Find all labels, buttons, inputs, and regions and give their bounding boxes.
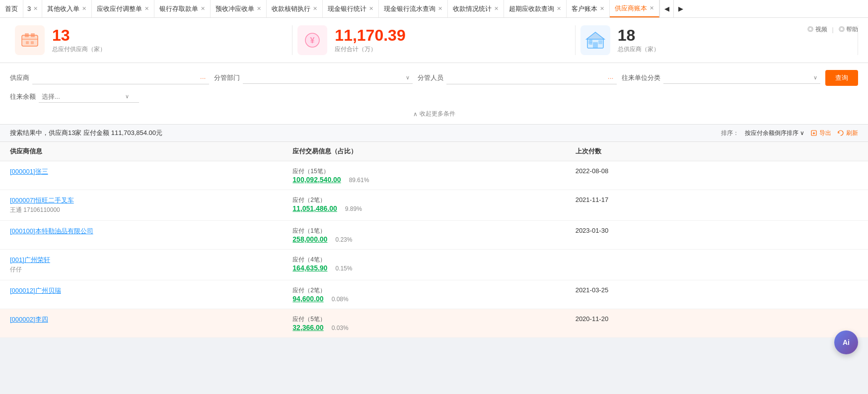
result-bar: 搜索结果中，供应商13家 应付金额 111,703,854.00元 排序： 按应…: [0, 125, 868, 142]
svg-rect-0: [22, 35, 38, 46]
dept-label: 分管部门: [214, 73, 240, 82]
nav-scroll-left[interactable]: ◀: [659, 0, 673, 18]
close-icon[interactable]: ✕: [82, 5, 86, 12]
close-icon[interactable]: ✕: [369, 5, 373, 12]
supplier-link[interactable]: [000007]恒旺二手叉车: [10, 197, 74, 204]
close-icon[interactable]: ✕: [438, 5, 442, 12]
close-icon[interactable]: ✕: [600, 5, 604, 12]
col-last-pay: 上次付数: [576, 147, 858, 156]
balance-dropdown-icon[interactable]: ∨: [125, 93, 129, 100]
nav-tab-3[interactable]: 3 ✕: [23, 0, 42, 17]
payable-cell: 应付（2笔） 94,600.00 0.08%: [292, 286, 575, 303]
last-pay-cell: 2023-01-30: [576, 227, 858, 234]
supplier-link[interactable]: [000012]广州贝瑞: [10, 287, 61, 294]
dept-dropdown-icon[interactable]: ∨: [406, 74, 410, 81]
table-row: [000012]广州贝瑞 应付（2笔） 94,600.00 0.08% 2021…: [0, 280, 868, 309]
amount-link[interactable]: 164,635.90: [292, 264, 327, 272]
help-link[interactable]: ◎ 帮助: [839, 25, 858, 34]
nav-cash-stats[interactable]: 现金银行统计 ✕: [323, 0, 379, 17]
supplier-link[interactable]: [001]广州荣轩: [10, 256, 50, 263]
nav-overdue[interactable]: 超期应收款查询 ✕: [504, 0, 567, 17]
supplier-input[interactable]: [35, 74, 198, 81]
stat-payable-suppliers: 13 总应付供应商（家）: [10, 25, 292, 55]
result-summary: 搜索结果中，供应商13家 应付金额 111,703,854.00元: [10, 129, 162, 137]
supplier-cell: [000012]广州贝瑞: [10, 286, 292, 295]
supplier-cell: [000002]李四: [10, 315, 292, 324]
balance-field: 往来余额 ∨: [10, 91, 139, 103]
table-row: [001]广州荣轩 仔仔 应付（4笔） 164,635.90 0.15%: [0, 250, 868, 280]
svg-rect-10: [593, 42, 598, 48]
export-button[interactable]: 导出: [810, 129, 831, 137]
close-icon[interactable]: ✕: [650, 5, 654, 11]
supplier-cell: [000007]恒旺二手叉车 王通 17106110000: [10, 196, 292, 214]
nav-bank[interactable]: 银行存取款单 ✕: [154, 0, 211, 17]
last-pay-cell: 2020-11-20: [576, 315, 858, 323]
header-actions: ◎ 视频 | ◎ 帮助: [807, 25, 858, 34]
close-icon[interactable]: ✕: [145, 5, 149, 12]
nav-other-income[interactable]: 其他收入单 ✕: [42, 0, 92, 17]
search-bar: 供应商 ··· 分管部门 ∨ 分管人员 ··· 往来单位分类 ∨: [0, 63, 868, 125]
refresh-icon: [837, 130, 844, 136]
close-icon[interactable]: ✕: [557, 5, 561, 12]
svg-rect-5: [31, 41, 34, 44]
video-link[interactable]: ◎ 视频: [807, 25, 827, 34]
search-row-1: 供应商 ··· 分管部门 ∨ 分管人员 ··· 往来单位分类 ∨: [10, 70, 858, 86]
last-pay-cell: 2021-11-17: [576, 196, 858, 203]
balance-input[interactable]: [42, 93, 125, 100]
nav-cash-flow[interactable]: 现金银行流水查询 ✕: [379, 0, 448, 17]
person-input[interactable]: [449, 74, 606, 81]
supplier-link[interactable]: [000100]本特勒油品有限公司: [10, 227, 93, 235]
close-icon[interactable]: ✕: [33, 5, 38, 12]
last-pay-cell: 2022-08-08: [576, 167, 858, 175]
close-icon[interactable]: ✕: [201, 5, 205, 12]
data-table: 供应商信息 应付交易信息（占比） 上次付数 [000001]张三 应付（15笔）…: [0, 142, 868, 338]
supplier-icon: [15, 25, 45, 55]
close-icon[interactable]: ✕: [257, 5, 261, 12]
top-navigation: 首页 3 ✕ 其他收入单 ✕ 应收应付调整单 ✕ 银行存取款单 ✕ 预收冲应收单…: [0, 0, 868, 18]
amount-link[interactable]: 11,051,486.00: [292, 204, 337, 212]
amount-link[interactable]: 32,366.00: [292, 324, 323, 331]
svg-rect-4: [26, 41, 29, 44]
person-dots-icon[interactable]: ···: [608, 74, 614, 82]
payable-cell: 应付（1笔） 258,000.00 0.23%: [292, 227, 575, 243]
nav-supplier-account[interactable]: 供应商账本 ✕: [610, 0, 659, 17]
amount-link[interactable]: 94,600.00: [292, 295, 323, 303]
collapse-button[interactable]: ∧ 收起更多条件: [413, 110, 455, 118]
category-input[interactable]: [666, 74, 814, 81]
dept-select-wrap: ∨: [243, 72, 413, 84]
supplier-link[interactable]: [000001]张三: [10, 168, 48, 175]
close-icon[interactable]: ✕: [494, 5, 499, 12]
person-input-wrap: ···: [446, 72, 617, 84]
sort-selector[interactable]: 按应付余额倒序排序 ∨: [745, 129, 804, 137]
supplier-link[interactable]: [000002]李四: [10, 316, 48, 323]
supplier-dots-icon[interactable]: ···: [200, 74, 206, 82]
stat-payable-info: 13 总应付供应商（家）: [52, 27, 106, 54]
nav-collection[interactable]: 收款核销执行 ✕: [267, 0, 323, 17]
nav-collection-stats[interactable]: 收款情况统计 ✕: [448, 0, 504, 17]
table-row: [000001]张三 应付（15笔） 100,092,540.00 89.61%…: [0, 161, 868, 190]
close-icon[interactable]: ✕: [313, 5, 317, 12]
category-select-wrap: ∨: [663, 72, 821, 84]
dept-field: 分管部门 ∨: [214, 72, 413, 84]
category-dropdown-icon[interactable]: ∨: [813, 74, 817, 81]
svg-text:¥: ¥: [310, 36, 315, 45]
svg-rect-2: [31, 33, 35, 37]
dept-input[interactable]: [246, 74, 406, 81]
nav-adjust[interactable]: 应收应付调整单 ✕: [92, 0, 154, 17]
collapse-bar: ∧ 收起更多条件: [10, 108, 858, 120]
amount-link[interactable]: 258,000.00: [292, 235, 327, 243]
nav-home[interactable]: 首页: [0, 0, 23, 17]
last-pay-cell: 2021-03-25: [576, 286, 858, 294]
nav-advance[interactable]: 预收冲应收单 ✕: [211, 0, 267, 17]
balance-label: 往来余额: [10, 92, 36, 101]
payable-cell: 应付（15笔） 100,092,540.00 89.61%: [292, 167, 575, 184]
nav-scroll-right[interactable]: ▶: [673, 0, 687, 18]
nav-customer-account[interactable]: 客户账本 ✕: [567, 0, 610, 17]
svg-marker-9: [586, 32, 604, 39]
payable-icon: ¥: [297, 25, 327, 55]
query-button[interactable]: 查询: [825, 70, 858, 86]
refresh-button[interactable]: 刷新: [837, 129, 858, 137]
amount-link[interactable]: 100,092,540.00: [292, 176, 341, 184]
table-row: [000007]恒旺二手叉车 王通 17106110000 应付（2笔） 11,…: [0, 190, 868, 221]
payable-cell: 应付（5笔） 32,366.00 0.03%: [292, 315, 575, 331]
